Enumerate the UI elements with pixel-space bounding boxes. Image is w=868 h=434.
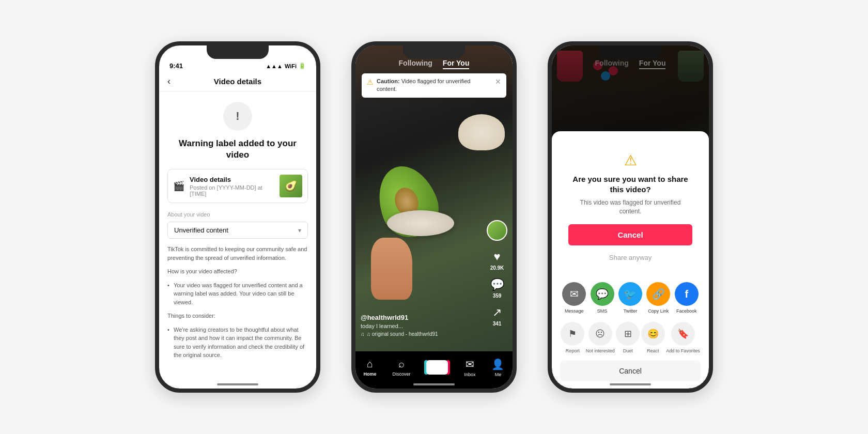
plate-visual xyxy=(387,210,454,236)
nav-me[interactable]: 👤 Me xyxy=(491,358,504,377)
cancel-button[interactable]: Cancel xyxy=(568,224,692,245)
discover-label: Discover xyxy=(392,371,410,377)
facebook-icon: f xyxy=(675,282,699,306)
report-label: Report xyxy=(566,348,580,353)
phone1-screen: 9:41 ▲▲▲ WiFi 🔋 ‹ Video details ! Warnin… xyxy=(159,45,316,389)
home-bar-2 xyxy=(413,383,455,385)
confirm-warning-icon: ⚠ xyxy=(568,152,692,169)
share-message[interactable]: ✉ Message xyxy=(562,282,586,314)
favorites-label: Add to Favorites xyxy=(666,348,700,353)
react-icon: 😊 xyxy=(641,322,665,346)
like-action[interactable]: ♥ 20.9K xyxy=(490,250,504,271)
sms-label: SMS xyxy=(597,308,608,314)
feed-caption: today I learned... xyxy=(361,323,438,329)
sms-icon: 💬 xyxy=(591,282,614,306)
plus-icon: + xyxy=(426,360,448,375)
unverified-dropdown[interactable]: Unverified content ▾ xyxy=(167,222,308,239)
video-icon: 🎬 xyxy=(173,180,184,192)
action-not-interested[interactable]: ☹ Not interested xyxy=(586,322,615,353)
close-icon[interactable]: ✕ xyxy=(495,78,501,86)
bullet-2: We're asking creators to be thoughtful a… xyxy=(167,326,308,360)
video-card-info: Video details Posted on [YYYY-MM-DD] at … xyxy=(190,176,274,197)
about-label: About your video xyxy=(167,211,308,218)
bullet-1: Your video was flagged for unverified co… xyxy=(167,281,308,307)
action-report[interactable]: ⚑ Report xyxy=(561,322,584,353)
nav-discover[interactable]: ⌕ Discover xyxy=(392,358,410,377)
things-consider: Things to consider: xyxy=(167,312,308,320)
home-bar-3 xyxy=(610,383,651,385)
phone-3: Following For You ⚠ Are you sure you wan… xyxy=(548,41,713,393)
phone-notch-2 xyxy=(403,45,465,59)
feed-sound[interactable]: ♫ ♫ original sound - healthwrld91 xyxy=(361,331,438,337)
twitter-label: Twitter xyxy=(624,308,638,314)
feed-sidebar: ♥ 20.9K 💬 359 ↗ 341 xyxy=(487,220,507,327)
inbox-icon: ✉ xyxy=(466,358,474,370)
status-time-1: 9:41 xyxy=(169,62,183,70)
how-affected-label: How is your video affected? xyxy=(167,267,308,276)
duet-label: Duet xyxy=(623,348,633,353)
share-sms[interactable]: 💬 SMS xyxy=(591,282,614,314)
nav-inbox[interactable]: ✉ Inbox xyxy=(464,358,475,377)
feed-username[interactable]: @healthwrld91 xyxy=(361,314,438,321)
comment-icon: 💬 xyxy=(490,278,504,291)
twitter-icon: 🐦 xyxy=(618,282,642,306)
confirm-title: Are you sure you want to share this vide… xyxy=(568,174,692,194)
share-twitter[interactable]: 🐦 Twitter xyxy=(618,282,642,314)
video-details-content: ! Warning label added to your video 🎬 Vi… xyxy=(159,91,316,389)
share-icon: ↗ xyxy=(492,306,502,319)
nav-create[interactable]: + xyxy=(426,360,448,375)
report-icon: ⚑ xyxy=(561,322,584,346)
video-card-date: Posted on [YYYY-MM-DD] at [TIME] xyxy=(190,184,274,197)
tab-following[interactable]: Following xyxy=(399,59,432,69)
dropdown-label: Unverified content xyxy=(174,226,228,234)
copy-link-icon: 🔗 xyxy=(646,282,670,306)
share-actions-row: ⚑ Report ☹ Not interested ⊞ Duet 😊 React xyxy=(560,322,701,353)
share-anyway-button[interactable]: Share anyway xyxy=(568,252,692,264)
share-copy-link[interactable]: 🔗 Copy Link xyxy=(646,282,670,314)
bottom-cancel-button[interactable]: Cancel xyxy=(560,361,701,381)
comments-count: 359 xyxy=(493,293,502,299)
video-card-thumb: 🥑 xyxy=(280,175,302,197)
create-button[interactable]: + xyxy=(426,360,448,375)
video-card[interactable]: 🎬 Video details Posted on [YYYY-MM-DD] a… xyxy=(167,169,308,203)
likes-count: 20.9K xyxy=(490,265,504,271)
home-bar-1 xyxy=(217,383,258,385)
caution-text: Caution: Video flagged for unverified co… xyxy=(377,78,492,94)
nav-home[interactable]: ⌂ Home xyxy=(363,358,376,377)
favorites-icon: 🔖 xyxy=(671,322,695,346)
share-dialog: ⚠ Are you sure you want to share this vi… xyxy=(552,131,709,389)
action-duet[interactable]: ⊞ Duet xyxy=(616,322,640,353)
caution-banner: ⚠ Caution: Video flagged for unverified … xyxy=(362,73,506,98)
feed-header: Following For You xyxy=(355,59,513,69)
video-card-title: Video details xyxy=(190,176,274,183)
back-button-1[interactable]: ‹ xyxy=(167,76,171,87)
action-react[interactable]: 😊 React xyxy=(641,322,665,353)
creator-avatar[interactable] xyxy=(487,220,507,241)
tab-for-you[interactable]: For You xyxy=(443,59,470,69)
body-text: TikTok is committed to keeping our commu… xyxy=(167,245,308,262)
share-icons-row: ✉ Message 💬 SMS 🐦 Twitter 🔗 Copy Link xyxy=(560,282,701,314)
share-action[interactable]: ↗ 341 xyxy=(492,306,502,327)
message-icon: ✉ xyxy=(562,282,586,306)
action-favorites[interactable]: 🔖 Add to Favorites xyxy=(666,322,700,353)
caution-label: Caution: xyxy=(377,78,400,84)
phone-2: Following For You ⚠ Caution: Video flagg… xyxy=(351,41,517,393)
not-interested-label: Not interested xyxy=(586,348,615,353)
hand-visual xyxy=(371,238,412,300)
warning-heading: Warning label added to your video xyxy=(167,138,308,161)
phone2-screen: Following For You ⚠ Caution: Video flagg… xyxy=(355,45,513,389)
bowl-visual xyxy=(458,114,505,150)
comment-action[interactable]: 💬 359 xyxy=(490,278,504,299)
message-label: Message xyxy=(565,308,584,314)
status-icons-1: ▲▲▲ WiFi 🔋 xyxy=(266,63,306,69)
profile-icon: 👤 xyxy=(491,358,504,370)
duet-icon: ⊞ xyxy=(616,322,640,346)
warning-icon: ! xyxy=(223,102,252,131)
share-facebook[interactable]: f Facebook xyxy=(675,282,699,314)
search-icon: ⌕ xyxy=(398,358,405,370)
react-label: React xyxy=(647,348,659,353)
page-title-1: Video details xyxy=(214,77,261,86)
inbox-label: Inbox xyxy=(464,372,475,377)
not-interested-icon: ☹ xyxy=(588,322,612,346)
confirm-dialog: ⚠ Are you sure you want to share this vi… xyxy=(560,142,701,274)
